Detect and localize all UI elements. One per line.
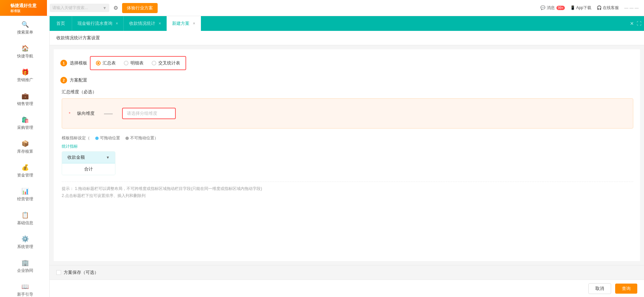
service-icon[interactable]: 🎧 在线客服 bbox=[597, 5, 619, 11]
radio-cross-circle bbox=[152, 61, 156, 65]
drag-dot-blue bbox=[95, 137, 99, 140]
sidebar-item-inventory[interactable]: 📦 库存核算 bbox=[0, 135, 49, 159]
footer-bar: 取消 查询 bbox=[50, 280, 644, 297]
sidebar-item-management[interactable]: 📊 经营管理 bbox=[0, 183, 49, 207]
gift-icon: 🎁 bbox=[21, 68, 29, 76]
tab-receipt-close[interactable]: × bbox=[159, 21, 161, 26]
tab-bank-close[interactable]: × bbox=[116, 21, 118, 26]
required-mark: * bbox=[69, 111, 70, 116]
radio-detail-circle bbox=[124, 61, 128, 65]
metrics-cell-amount[interactable]: 收款金额 ▼ bbox=[62, 152, 115, 163]
save-checkbox[interactable] bbox=[56, 270, 61, 275]
sidebar-item-search[interactable]: 🔍 搜索菜单 bbox=[0, 16, 49, 40]
notification-icon[interactable]: 💬 消息 99+ bbox=[540, 5, 565, 11]
tip-1: 提示： 1.拖动标题栏可以调整布局，不可跨维度或指标区域拖动栏目字段(只能在同一… bbox=[62, 186, 633, 192]
step1-title: 选择模板 bbox=[70, 60, 87, 66]
basic-icon: 📋 bbox=[21, 211, 29, 219]
metrics-settings-label: 模板指标设定（ bbox=[62, 135, 90, 141]
metrics-table: 收款金额 ▼ 合计 bbox=[62, 151, 115, 175]
sidebar-item-system[interactable]: ⚙️ 系统管理 bbox=[0, 231, 49, 254]
sales-icon: 💼 bbox=[21, 92, 29, 100]
management-icon: 📊 bbox=[21, 188, 29, 195]
tab-home-label: 首页 bbox=[56, 20, 65, 27]
sidebar-label-finance: 资金管理 bbox=[17, 172, 33, 178]
chevron-down-icon[interactable]: ▼ bbox=[106, 155, 110, 159]
tab-home[interactable]: 首页 bbox=[50, 16, 72, 31]
sidebar-item-finance[interactable]: 💰 资金管理 bbox=[0, 159, 49, 183]
dimension-dropdown[interactable]: 请选择分组维度 bbox=[122, 108, 176, 119]
cancel-button[interactable]: 取消 bbox=[588, 283, 611, 294]
tab-bank[interactable]: 现金银行流水查询 × bbox=[72, 16, 124, 31]
radio-cross-label: 交叉统计表 bbox=[158, 60, 180, 66]
step1-number: 1 bbox=[60, 60, 67, 66]
save-label: 方案保存（可选） bbox=[64, 269, 99, 276]
page-title: 收款情况统计方案设置 bbox=[56, 35, 100, 40]
no-drag-indicator: 不可拖动位置） bbox=[125, 135, 158, 141]
inventory-icon: 📦 bbox=[21, 140, 29, 147]
dimension-dropdown-placeholder: 请选择分组维度 bbox=[127, 111, 157, 116]
search-bar[interactable]: 请输入关键字搜索... ▼ bbox=[50, 4, 109, 12]
query-button[interactable]: 查询 bbox=[615, 284, 637, 294]
sidebar-label-search: 搜索菜单 bbox=[17, 30, 33, 35]
tab-receipt[interactable]: 收款情况统计 × bbox=[124, 16, 167, 31]
sidebar-item-nav[interactable]: 🏠 快捷导航 bbox=[0, 40, 49, 64]
user-avatar: — — — bbox=[624, 6, 639, 10]
sidebar-label-purchase: 采购管理 bbox=[17, 125, 33, 131]
no-drag-label: 不可拖动位置） bbox=[130, 135, 158, 141]
radio-detail[interactable]: 明细表 bbox=[124, 60, 144, 66]
tab-bar: 首页 现金银行流水查询 × 收款情况统计 × 新建方案 × ✕ ⛶ bbox=[50, 16, 644, 31]
tip-2: 2.点击标题栏下拉可设置排序、插入列和删除列 bbox=[62, 193, 633, 199]
search-icon: 🔍 bbox=[21, 21, 29, 28]
content-area: 收款情况统计方案设置 1 选择模板 汇总表 bbox=[50, 31, 644, 297]
tab-new-plan[interactable]: 新建方案 × bbox=[167, 16, 201, 31]
form-container: 1 选择模板 汇总表 明细表 bbox=[54, 49, 640, 261]
vertical-dim-label: 纵向维度 bbox=[77, 110, 95, 116]
sidebar-item-collab[interactable]: 🏢 企业协同 bbox=[0, 254, 49, 278]
gear-icon[interactable]: ⚙ bbox=[113, 5, 118, 11]
tab-close-all-icon[interactable]: ✕ bbox=[630, 21, 634, 26]
dimension-area: * 纵向维度 —— 请选择分组维度 bbox=[62, 98, 633, 129]
drag-label: 可拖动位置 bbox=[100, 135, 120, 141]
metrics-section: 模板指标设定（ 可拖动位置 不可拖动位置） bbox=[62, 135, 633, 176]
metrics-label-row: 模板指标设定（ 可拖动位置 不可拖动位置） bbox=[62, 135, 633, 141]
sidebar-item-marketing[interactable]: 🎁 营销推广 bbox=[0, 64, 49, 88]
tab-bank-label: 现金银行流水查询 bbox=[77, 20, 112, 27]
metrics-cell-amount-label: 收款金额 bbox=[67, 154, 85, 160]
radio-detail-label: 明细表 bbox=[130, 60, 144, 66]
sidebar-label-marketing: 营销推广 bbox=[17, 77, 33, 83]
tips-section: 提示： 1.拖动标题栏可以调整布局，不可跨维度或指标区域拖动栏目字段(只能在同一… bbox=[62, 182, 633, 204]
sidebar-label-nav: 快捷导航 bbox=[17, 53, 33, 59]
download-icon[interactable]: 📱 App下载 bbox=[570, 5, 591, 11]
tab-new-plan-label: 新建方案 bbox=[172, 20, 190, 27]
sidebar-item-purchase[interactable]: 🛍️ 采购管理 bbox=[0, 111, 49, 135]
radio-summary-circle bbox=[96, 61, 101, 65]
sidebar-item-basic[interactable]: 📋 基础信息 bbox=[0, 207, 49, 231]
tab-expand-icon[interactable]: ⛶ bbox=[637, 21, 641, 26]
tab-new-plan-close[interactable]: × bbox=[193, 21, 195, 26]
metrics-row-total: 合计 bbox=[62, 163, 115, 175]
home-icon: 🏠 bbox=[21, 45, 29, 52]
purchase-icon: 🛍️ bbox=[21, 116, 29, 123]
radio-cross[interactable]: 交叉统计表 bbox=[152, 60, 180, 66]
sidebar: 🔍 搜索菜单 🏠 快捷导航 🎁 营销推广 💼 销售管理 🛍️ 采购管理 📦 库存… bbox=[0, 16, 50, 297]
sidebar-label-basic: 基础信息 bbox=[17, 220, 33, 226]
sidebar-item-guide[interactable]: 📖 新手引导 bbox=[0, 278, 49, 297]
sidebar-label-system: 系统管理 bbox=[17, 244, 33, 250]
step1-section: 1 选择模板 汇总表 明细表 bbox=[60, 56, 633, 70]
collab-icon: 🏢 bbox=[21, 259, 29, 266]
sidebar-label-management: 经营管理 bbox=[17, 196, 33, 202]
step2-number: 2 bbox=[60, 77, 67, 84]
dimension-title: 汇总维度（必选） bbox=[62, 89, 633, 95]
page-header: 收款情况统计方案设置 bbox=[50, 31, 644, 45]
sidebar-label-guide: 新手引导 bbox=[17, 292, 33, 297]
system-icon: ⚙️ bbox=[21, 235, 29, 243]
save-section: 方案保存（可选） bbox=[50, 265, 644, 280]
sidebar-item-sales[interactable]: 💼 销售管理 bbox=[0, 88, 49, 111]
radio-summary[interactable]: 汇总表 bbox=[96, 60, 116, 66]
industry-button[interactable]: 体验行业方案 bbox=[122, 3, 158, 13]
arrow-right: —— bbox=[104, 111, 113, 116]
tab-receipt-label: 收款情况统计 bbox=[129, 20, 155, 27]
sidebar-label-sales: 销售管理 bbox=[17, 101, 33, 107]
template-radio-group: 汇总表 明细表 交叉统计表 bbox=[90, 56, 186, 70]
radio-summary-label: 汇总表 bbox=[103, 60, 116, 66]
